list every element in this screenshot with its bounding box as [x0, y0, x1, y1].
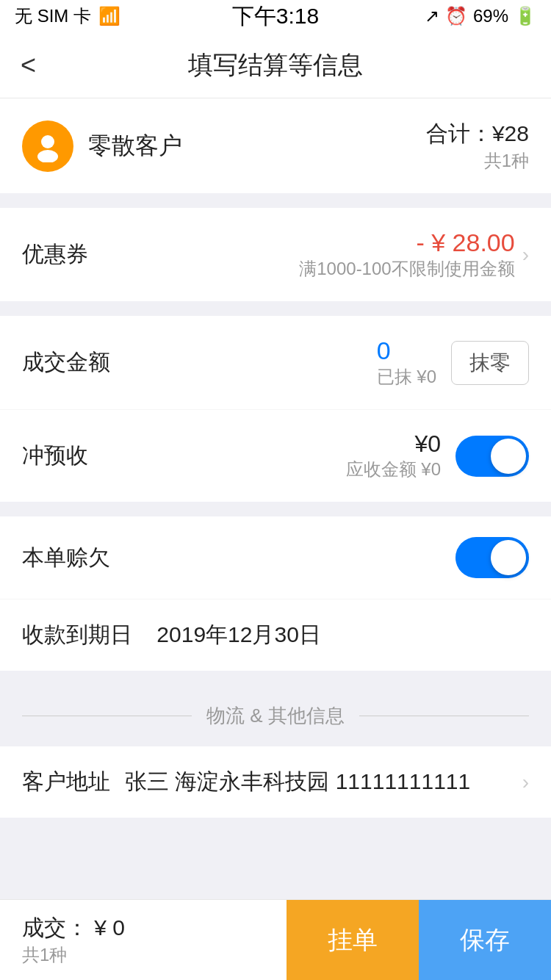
round-zero-button[interactable]: 抹零 [451, 341, 529, 385]
back-button[interactable]: < [21, 50, 36, 81]
toggle-knob [491, 439, 526, 474]
due-date-text: 收款到期日 2019年12月30日 [22, 622, 321, 646]
coupon-label: 优惠券 [22, 239, 88, 270]
coupon-info: - ¥ 28.00 满1000-100不限制使用金额 [299, 228, 514, 281]
coupon-section[interactable]: 优惠券 - ¥ 28.00 满1000-100不限制使用金额 › [0, 208, 551, 301]
advance-amounts: ¥0 应收金额 ¥0 [346, 430, 441, 481]
coupon-right: - ¥ 28.00 满1000-100不限制使用金额 › [299, 228, 529, 281]
transaction-amount: 0 [377, 336, 436, 365]
due-date-section: 收款到期日 2019年12月30日 [0, 599, 551, 671]
wifi-icon: 📶 [98, 6, 120, 26]
status-bar: 无 SIM 卡 📶 下午3:18 ↗ ⏰ 69% 🔋 [0, 0, 551, 32]
debt-row: 本单赊欠 [0, 516, 551, 599]
due-date-value: 2019年12月30日 [156, 622, 320, 646]
coupon-desc: 满1000-100不限制使用金额 [299, 257, 514, 281]
battery-icon: 🔋 [514, 6, 536, 26]
debt-label: 本单赊欠 [22, 543, 110, 573]
main-content: 零散客户 合计：¥28 共1种 优惠券 - ¥ 28.00 满1000-100不… [0, 98, 551, 906]
chevron-right-icon: › [522, 243, 529, 267]
debt-toggle[interactable] [455, 537, 529, 578]
advance-row: 冲预收 ¥0 应收金额 ¥0 [0, 410, 551, 502]
advance-label: 冲预收 [22, 441, 88, 471]
address-label: 客户地址 [22, 767, 110, 797]
status-right: ↗ ⏰ 69% 🔋 [425, 6, 536, 26]
coupon-amount: - ¥ 28.00 [299, 228, 514, 257]
bottom-bar: 成交： ¥ 0 共1种 挂单 保存 [0, 899, 551, 980]
save-button[interactable]: 保存 [419, 900, 551, 981]
logistics-divider: 物流 & 其他信息 [0, 685, 551, 746]
alarm-icon: ⏰ [445, 6, 467, 26]
customer-name: 零散客户 [88, 130, 182, 162]
customer-count: 共1种 [426, 149, 529, 173]
avatar [22, 120, 73, 172]
status-left: 无 SIM 卡 📶 [15, 4, 120, 28]
address-chevron-icon: › [522, 771, 529, 794]
carrier-label: 无 SIM 卡 [15, 4, 91, 28]
customer-section: 零散客户 合计：¥28 共1种 [0, 98, 551, 193]
advance-main-amount: ¥0 [346, 430, 441, 458]
bottom-count-label: 共1种 [22, 943, 264, 967]
customer-right: 合计：¥28 共1种 [426, 119, 529, 173]
debt-toggle-knob [491, 540, 526, 575]
divider-line-right [359, 716, 529, 716]
location-icon: ↗ [425, 6, 439, 26]
pending-button[interactable]: 挂单 [287, 900, 419, 981]
gap-2 [0, 301, 551, 316]
transaction-right: 0 已抹 ¥0 抹零 [377, 336, 529, 389]
bottom-summary: 成交： ¥ 0 共1种 [0, 913, 287, 967]
debt-section: 本单赊欠 收款到期日 2019年12月30日 [0, 516, 551, 671]
svg-point-0 [41, 135, 54, 148]
address-section[interactable]: 客户地址 张三 海淀永丰科技园 11111111111 › [0, 746, 551, 818]
due-date-label: 收款到期日 [22, 622, 132, 646]
page-title: 填写结算等信息 [188, 48, 363, 82]
nav-bar: < 填写结算等信息 [0, 32, 551, 98]
advance-right: ¥0 应收金额 ¥0 [346, 430, 529, 481]
logistics-label: 物流 & 其他信息 [206, 703, 345, 729]
customer-left: 零散客户 [22, 120, 182, 172]
transaction-sub: 已抹 ¥0 [377, 365, 436, 389]
address-value: 张三 海淀永丰科技园 11111111111 [125, 767, 522, 797]
gap-3 [0, 502, 551, 516]
transaction-label: 成交金额 [22, 347, 110, 378]
transaction-row: 成交金额 0 已抹 ¥0 抹零 [0, 316, 551, 410]
battery-label: 69% [473, 6, 508, 26]
svg-point-1 [37, 150, 58, 162]
advance-toggle[interactable] [455, 436, 529, 477]
gap-1 [0, 193, 551, 208]
person-icon [32, 130, 64, 162]
transaction-amount-group: 0 已抹 ¥0 [377, 336, 436, 389]
advance-sub-amount: 应收金额 ¥0 [346, 458, 441, 481]
status-time: 下午3:18 [232, 1, 319, 32]
customer-total: 合计：¥28 [426, 119, 529, 149]
transaction-section: 成交金额 0 已抹 ¥0 抹零 冲预收 ¥0 应收金额 ¥0 [0, 316, 551, 502]
bottom-deal-label: 成交： ¥ 0 [22, 913, 264, 943]
divider-line-left [22, 716, 192, 716]
